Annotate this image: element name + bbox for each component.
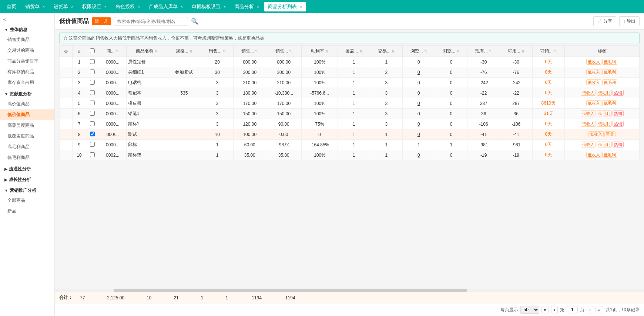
cell-tags: 低收入低毛利	[565, 150, 640, 160]
nav-purchase-order[interactable]: 进货单 ×	[50, 2, 77, 11]
nav-product-analysis[interactable]: 商品分析 ×	[231, 2, 263, 11]
cell-num: 5	[73, 98, 86, 109]
page-input[interactable]	[567, 306, 578, 313]
cell-qty: 3	[201, 109, 234, 119]
nav-close-sales-order[interactable]: ×	[43, 4, 45, 9]
cell-views1[interactable]: 0	[403, 129, 435, 140]
cell-views1[interactable]: 0	[403, 78, 435, 88]
sidebar-item-all-products[interactable]: 全部商品	[0, 195, 54, 206]
nav-product-stock[interactable]: 产成品入库单 ×	[145, 2, 187, 11]
cell-views1[interactable]: 0	[403, 67, 435, 78]
cell-stock: -106	[467, 119, 500, 129]
search-button[interactable]: 🔍	[191, 18, 198, 25]
cell-tags: 低收入低毛利	[565, 67, 640, 78]
cell-checkbox[interactable]	[86, 98, 99, 109]
cell-sales1: 300.00	[234, 67, 266, 78]
sidebar-item-sales-products[interactable]: 销售类商品	[0, 34, 54, 45]
per-page-select[interactable]: 50 100 200	[520, 306, 539, 314]
cell-sales1: 170.00	[234, 98, 266, 109]
cell-spec	[167, 150, 201, 160]
sidebar-item-new-products[interactable]: 新品	[0, 206, 54, 217]
nav-close-role-auth[interactable]: ×	[138, 4, 140, 9]
cell-checkbox[interactable]	[86, 67, 99, 78]
prev-page-btn[interactable]: ‹	[551, 306, 558, 313]
cell-views1[interactable]: 0	[403, 57, 435, 67]
cell-code: 0000...	[99, 140, 126, 150]
nav-close-permissions[interactable]: ×	[104, 4, 107, 9]
col-gear[interactable]: ⚙	[60, 46, 73, 57]
period-button[interactable]: 近一月	[92, 17, 111, 25]
sidebar-item-traded-products[interactable]: 交易过的商品	[0, 45, 54, 56]
cell-views1[interactable]: 0	[403, 109, 435, 119]
nav-role-auth[interactable]: 角色授权 ×	[112, 2, 144, 11]
sidebar-group-contribution[interactable]: ▼贡献度分析	[0, 88, 54, 99]
nav-close-template[interactable]: ×	[224, 4, 226, 9]
cell-checkbox[interactable]	[86, 150, 99, 160]
cell-num: 8	[73, 129, 86, 140]
cell-avail: -22	[500, 88, 532, 98]
cell-views1[interactable]: 0	[403, 150, 435, 160]
export-button[interactable]: ↓ 导出	[619, 16, 640, 26]
cell-checkbox[interactable]	[86, 140, 99, 150]
nav-home[interactable]: 首页	[3, 2, 20, 11]
sidebar-item-high-margin[interactable]: 高毛利商品	[0, 142, 54, 152]
cell-days: 0天	[532, 88, 565, 98]
nav-sales-order[interactable]: 销货单 ×	[21, 2, 48, 11]
next-page-btn[interactable]: ›	[587, 306, 593, 313]
cell-checkbox[interactable]	[86, 129, 99, 140]
sidebar-group-growth[interactable]: ▶成长性分析	[0, 174, 54, 184]
sidebar-item-low-coverage[interactable]: 低覆盖度商品	[0, 131, 54, 142]
table-row: 1 0000... 属性定价 20 800.00 800.00 100% 1 1…	[60, 57, 640, 67]
nav-product-analysis-list[interactable]: 商品分析列表 ×	[264, 2, 306, 11]
sidebar-group-marketing[interactable]: ▼营销推广分析	[0, 184, 54, 195]
nav-permissions[interactable]: 权限设置 ×	[78, 2, 110, 11]
sidebar-item-capital-occupation[interactable]: 库存资金占用	[0, 77, 54, 88]
sidebar-collapse-btn[interactable]: «	[3, 16, 6, 22]
cell-spec	[167, 78, 201, 88]
scrollbar-area[interactable]	[55, 289, 644, 292]
sidebar-group-overall[interactable]: ▼整体信息	[0, 24, 54, 34]
cell-checkbox[interactable]	[86, 78, 99, 88]
search-input[interactable]	[114, 17, 188, 26]
sidebar-group-liquidity[interactable]: ▶流通性分析	[0, 163, 54, 174]
sidebar-item-stocked-products[interactable]: 有库存的商品	[0, 67, 54, 77]
cell-views1[interactable]: 0	[403, 119, 435, 129]
tag-low-income: 低收入	[586, 152, 601, 158]
share-button[interactable]: ↗ 分享	[593, 16, 616, 26]
cell-sales1: 100.00	[234, 129, 266, 140]
cell-trade: 3	[370, 109, 403, 119]
nav-template[interactable]: 单据模板设置 ×	[188, 2, 229, 11]
nav-close-product-analysis-list[interactable]: ×	[300, 4, 302, 9]
col-trade: 交易... ⇅	[370, 46, 403, 57]
cell-views1[interactable]: 0	[403, 98, 435, 109]
sidebar-item-high-value[interactable]: 高价值商品	[0, 99, 54, 109]
cell-gear	[60, 98, 73, 109]
cell-checkbox[interactable]	[86, 88, 99, 98]
cell-code: 0000...	[99, 67, 126, 78]
col-checkbox[interactable]	[86, 46, 99, 57]
cell-views1[interactable]: 0	[403, 88, 435, 98]
cell-views1[interactable]: 1	[403, 140, 435, 150]
cell-spec	[167, 57, 201, 67]
cell-checkbox[interactable]	[86, 57, 99, 67]
cell-code: 0000...	[99, 78, 126, 88]
sidebar-item-category-rate[interactable]: 商品分类销售率	[0, 56, 54, 67]
cell-sales2: 90.00	[266, 119, 302, 129]
top-nav: 首页 销货单 × 进货单 × 权限设置 × 角色授权 × 产成品入库单 × 单据…	[0, 0, 644, 13]
sidebar-item-low-value[interactable]: 低价值商品	[0, 109, 54, 120]
col-coverage: 覆盖... ⇅	[338, 46, 370, 57]
cell-checkbox[interactable]	[86, 119, 99, 129]
cell-sales2: -10,380...	[266, 88, 302, 98]
nav-close-product-analysis[interactable]: ×	[257, 4, 259, 9]
total-views: 1	[201, 295, 204, 300]
table-body: 1 0000... 属性定价 20 800.00 800.00 100% 1 1…	[60, 57, 640, 160]
cell-spec	[167, 109, 201, 119]
sidebar-item-low-margin[interactable]: 低毛利商品	[0, 152, 54, 163]
cell-checkbox[interactable]	[86, 109, 99, 119]
sidebar-item-high-coverage[interactable]: 高覆盖度商品	[0, 120, 54, 131]
nav-close-purchase-order[interactable]: ×	[71, 4, 73, 9]
first-page-btn[interactable]: «	[541, 306, 549, 313]
last-page-btn[interactable]: »	[596, 306, 603, 313]
cell-sales1: 60.00	[234, 140, 266, 150]
nav-close-product-stock[interactable]: ×	[181, 4, 183, 9]
